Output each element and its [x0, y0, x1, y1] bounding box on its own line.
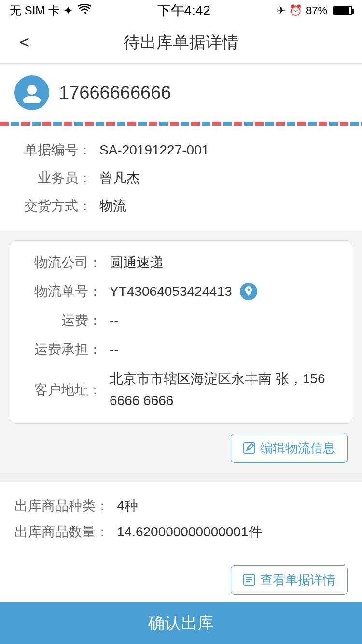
- salesman-row: 业务员： 曾凡杰: [14, 168, 348, 188]
- svg-point-1: [23, 96, 41, 103]
- document-number-label: 单据编号：: [14, 140, 92, 160]
- dashed-divider: [0, 122, 362, 126]
- user-card: 17666666666: [0, 64, 362, 122]
- logistics-freight-bearer-value: --: [110, 339, 337, 360]
- logistics-card: 物流公司： 圆通速递 物流单号： YT43064053424413 运费： --…: [10, 240, 352, 424]
- logistics-address-label: 客户地址：: [25, 380, 102, 400]
- product-section: 出库商品种类： 4种 出库商品数量： 14.620000000000001件: [0, 482, 362, 556]
- logistics-tracking-label: 物流单号：: [25, 281, 102, 302]
- product-type-label: 出库商品种类：: [14, 497, 109, 515]
- logistics-address-value: 北京市市辖区海淀区永丰南 张，156 6666 6666: [110, 368, 337, 412]
- clock-status-icon: ⏰: [289, 4, 302, 17]
- document-number-row: 单据编号： SA-20191227-001: [14, 140, 348, 160]
- user-phone: 17666666666: [59, 83, 171, 103]
- content: 17666666666 单据编号： SA-20191227-001 业务员： 曾…: [0, 64, 362, 644]
- page-title: 待出库单据详情: [124, 31, 238, 54]
- salesman-value: 曾凡杰: [99, 168, 348, 188]
- nav-bar: < 待出库单据详情: [0, 21, 362, 64]
- product-type-value: 4种: [117, 497, 348, 515]
- sim-status: 无 SIM 卡 ✦: [10, 3, 73, 18]
- edit-logistics-button[interactable]: 编辑物流信息: [231, 434, 348, 463]
- tracking-number-text: YT43064053424413: [110, 281, 232, 302]
- wifi-icon: [78, 4, 91, 17]
- product-quantity-label: 出库商品数量：: [14, 523, 109, 541]
- logistics-freight-value: --: [110, 310, 337, 331]
- logistics-company-value: 圆通速递: [110, 252, 337, 273]
- status-bar: 无 SIM 卡 ✦ 下午4:42 ✈ ⏰ 87%: [0, 0, 362, 21]
- map-pin-icon[interactable]: [240, 283, 257, 300]
- view-document-label: 查看单据详情: [260, 572, 335, 588]
- product-quantity-row: 出库商品数量： 14.620000000000001件: [14, 523, 348, 541]
- status-right: ✈ ⏰ 87%: [277, 4, 352, 17]
- section-divider: [0, 473, 362, 482]
- logistics-address-row: 客户地址： 北京市市辖区海淀区永丰南 张，156 6666 6666: [25, 368, 337, 412]
- view-document-button[interactable]: 查看单据详情: [231, 565, 348, 595]
- confirm-btn-container[interactable]: 确认出库: [0, 602, 362, 644]
- product-quantity-value: 14.620000000000001件: [117, 523, 348, 541]
- view-btn-row: 查看单据详情: [0, 556, 362, 609]
- avatar: [14, 75, 49, 110]
- logistics-freight-bearer-label: 运费承担：: [25, 339, 102, 360]
- document-number-value: SA-20191227-001: [99, 140, 348, 160]
- status-time: 下午4:42: [157, 1, 211, 20]
- salesman-label: 业务员：: [14, 168, 92, 188]
- logistics-freight-row: 运费： --: [25, 310, 337, 331]
- product-type-row: 出库商品种类： 4种: [14, 497, 348, 515]
- location-status-icon: ✈: [277, 4, 285, 17]
- logistics-company-row: 物流公司： 圆通速递: [25, 252, 337, 273]
- back-button[interactable]: <: [14, 28, 34, 57]
- edit-logistics-label: 编辑物流信息: [260, 440, 335, 457]
- logistics-freight-label: 运费：: [25, 310, 102, 331]
- edit-btn-row: 编辑物流信息: [0, 434, 362, 473]
- logistics-tracking-value: YT43064053424413: [110, 281, 337, 302]
- battery-percent: 87%: [306, 4, 327, 17]
- delivery-row: 交货方式： 物流: [14, 196, 348, 216]
- logistics-tracking-row: 物流单号： YT43064053424413: [25, 281, 337, 302]
- status-left: 无 SIM 卡 ✦: [10, 3, 91, 18]
- confirm-button-label: 确认出库: [148, 612, 214, 634]
- delivery-label: 交货方式：: [14, 196, 92, 216]
- document-info-section: 单据编号： SA-20191227-001 业务员： 曾凡杰 交货方式： 物流: [0, 126, 362, 231]
- logistics-company-label: 物流公司：: [25, 252, 102, 273]
- svg-point-0: [27, 85, 37, 95]
- battery-icon: [333, 6, 352, 15]
- delivery-value: 物流: [99, 196, 348, 216]
- logistics-freight-bearer-row: 运费承担： --: [25, 339, 337, 360]
